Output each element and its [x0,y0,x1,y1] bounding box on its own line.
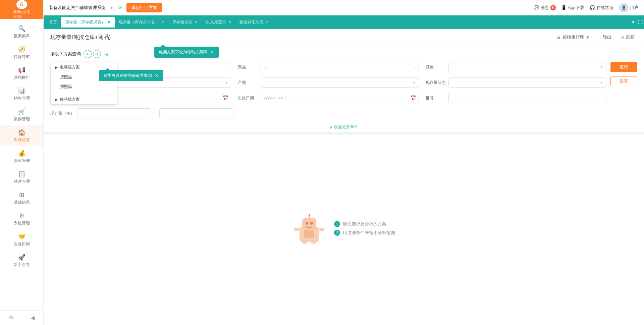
system-name: 装备及固定资产辅助管理系统 [49,5,106,11]
sidebar-item-enterprise[interactable]: 🤝 企业协同 [0,229,43,250]
back-btn[interactable]: « [102,50,110,58]
filter-stock-main: 现存量（主） — [50,108,233,118]
sales-icon: 📊 [18,87,25,95]
sidebar: 6 畅通好生意 标准版 🔍 搜索菜单 🧭 快捷导航 📢 营销推广 📊 销售管理 … [0,0,44,325]
empty-state-content: 1 请先选择要分析的方案 2 用过滤条件来缩小分析范围 [292,213,395,247]
sidebar-item-basic[interactable]: ⊞ 基础信息 [0,188,43,209]
header-right: 💬 消息 6 📱 App下载 🎧 在线客服 👤 用户 [534,3,639,12]
desktop-scheme-item-2[interactable]: 按照品 [51,82,117,92]
inventory-status-tab-label: 现存量（库存状况表） [65,19,105,25]
basic-icon: ⊞ [19,191,24,199]
empty-step-2: 2 用过滤条件来缩小分析范围 [334,230,395,236]
user-avatar: 👤 [619,3,629,12]
search-icon: 🔍 [18,25,25,32]
sidebar-item-guide[interactable]: 🧭 快捷导航 [0,42,43,63]
collapse-sidebar-btn[interactable]: ◀ [31,315,35,321]
origin-label: 产地 [238,80,258,86]
tooltip1-close-btn[interactable]: ✕ [210,50,214,55]
sidebar-item-newbie[interactable]: 🚀 新手引导 [0,250,43,271]
export-btn[interactable]: ↑ 导出 [597,33,614,42]
sidebar-nav: 🔍 搜索菜单 🧭 快捷导航 📢 营销推广 📊 销售管理 🛒 采购管理 🏠 库存核… [0,19,43,310]
batch-no-input[interactable] [448,93,606,103]
sidebar-item-finance[interactable]: 💰 资金管理 [0,146,43,167]
query-btn[interactable]: 查询 [610,62,637,72]
scheme-tooltip-2: 这里可以创建和修改方案哦 ✕ .tooltip-green-2::before … [99,70,163,81]
tab-inventory-dist[interactable]: 现存量（库存分布表） ✕ [115,17,168,28]
maximize-btn[interactable]: ⛶ [638,19,643,25]
print-btn[interactable]: 🖨 按模板打印 ▼ [554,33,593,42]
system-dropdown-icon[interactable]: ▼ [110,5,114,10]
refresh-scheme-btn[interactable]: ↺ [93,50,101,58]
collapse-icon: ∧ [330,125,333,129]
tab-bar: 首页 现存量（库存状况表） ✕ 现存量（库存分布表） ✕ 库存批次账 ✕ 出入库… [44,15,644,29]
empty-state: 1 请先选择要分析的方案 2 用过滤条件来缩小分析范围 [44,134,644,325]
tab-bar-actions: ✕ ⛶ [631,19,643,25]
goods-label: 商品 [238,64,258,70]
close-collect-summary-tab[interactable]: ✕ [266,20,269,24]
close-inventory-batch-tab[interactable]: ✕ [195,20,198,24]
sidebar-item-purchase[interactable]: 🛒 采购管理 [0,105,43,125]
tab-inventory-batch[interactable]: 库存批次账 ✕ [168,17,202,28]
filter-row-3: 生产日期 yyyy-mm-dd 📅 失效日期 yyyy-mm-dd 📅 [50,93,606,106]
color-select[interactable]: ▼ [448,62,606,72]
step-2-num: 2 [334,230,340,236]
tab-inventory-status[interactable]: 现存量（库存状况表） ✕ [61,17,115,28]
settings-footer-btn[interactable]: ⚙ [9,315,13,321]
header-app-download[interactable]: 📱 App下载 [561,5,584,11]
sidebar-item-inventory[interactable]: 🏠 库存核算 [0,125,43,146]
origin-select[interactable]: ▼ [261,77,419,88]
home-tab-label: 首页 [49,19,57,25]
stock-main-range: — [77,108,233,118]
expiry-date-input[interactable]: yyyy-mm-dd 📅 [261,93,419,103]
sidebar-item-operations[interactable]: 📋 经营管理 [0,167,43,188]
filter-btns: 查询 设置 [610,62,637,86]
stock-main-min[interactable] [77,108,151,118]
close-all-tabs-btn[interactable]: ✕ [631,19,635,25]
sidebar-item-system[interactable]: ⚙ 系统管理 [0,209,43,229]
empty-step-1: 1 请先选择要分析的方案 [334,221,395,227]
sidebar-item-sales[interactable]: 📊 销售管理 [0,84,43,105]
tab-home[interactable]: 首页 [45,17,61,28]
message-icon: 💬 [534,5,539,10]
add-scheme-btn[interactable]: + [84,50,92,58]
expand-mobile-icon: ▶ [55,97,58,102]
tooltip2-close-btn[interactable]: ✕ [155,73,159,78]
svg-rect-8 [302,240,307,244]
sidebar-item-search[interactable]: 🔍 搜索菜单 [0,21,43,42]
mobile-scheme-header[interactable]: ▶ 移动端方案 [51,95,117,104]
app-header: 装备及固定资产辅助管理系统 ▼ ⚙ 体验行业方案 💬 消息 6 📱 App下载 … [44,0,644,15]
collapse-filter-btn[interactable]: ∧ 收起更多条件 [50,122,637,132]
header-service[interactable]: 🎧 在线客服 [590,5,614,11]
compass-icon: 🧭 [18,46,25,53]
header-settings-icon[interactable]: ⚙ [118,4,122,11]
tab-collect-summary[interactable]: 收发存汇总表 ✕ [235,17,273,28]
svg-rect-6 [294,228,300,230]
page-title: 现存量查询(按仓库+商品) [50,34,111,41]
filter-expiry-date: 失效日期 yyyy-mm-dd 📅 [238,93,419,103]
collect-summary-tab-label: 收发存汇总表 [239,19,264,25]
filter-actions: + ↺ « [84,50,110,58]
header-message[interactable]: 💬 消息 6 [534,5,556,11]
svg-point-2 [306,222,308,224]
stock-main-max[interactable] [159,108,233,118]
filter-color: 颜色 ▼ [426,62,606,72]
close-in-out-flow-tab[interactable]: ✕ [228,20,231,24]
close-inventory-status-tab[interactable]: ✕ [107,20,111,24]
svg-rect-7 [319,228,325,230]
stock-status-select[interactable]: ▼ [448,77,606,88]
header-user[interactable]: 👤 用户 [619,3,639,12]
goods-select[interactable]: ··· ··· [261,62,419,72]
setup-btn[interactable]: 设置 [610,76,637,86]
close-inventory-dist-tab[interactable]: ✕ [161,20,164,24]
refresh-btn[interactable]: ↺ 刷新 [618,33,637,42]
tab-in-out-flow[interactable]: 出入库流水 ✕ [202,17,235,28]
empty-illustration [292,213,326,247]
in-out-flow-tab-label: 出入库流水 [206,19,226,25]
stock-main-label: 现存量（主） [50,111,74,116]
newbie-icon: 🚀 [18,254,25,261]
sidebar-item-marketing[interactable]: 📢 营销推广 [0,63,43,84]
industry-btn[interactable]: 体验行业方案 [126,3,162,12]
svg-rect-10 [304,230,314,237]
page-content: 现存量查询(按仓库+商品) 🖨 按模板打印 ▼ ↑ 导出 ↺ 刷新 [44,29,644,325]
scheme-divider [51,93,117,93]
